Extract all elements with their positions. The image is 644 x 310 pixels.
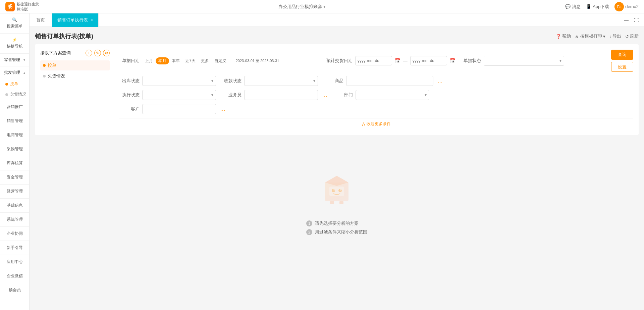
scheme-item-欠货[interactable]: 欠货情况 [40, 71, 110, 81]
date-tab-本年[interactable]: 本年 [169, 57, 182, 64]
sidebar-item-finance[interactable]: 资金管理 [0, 170, 29, 185]
salesman-more-button[interactable]: … [322, 92, 327, 98]
filter-row-1: 单据日期 上月 本月 本年 近7天 更多 自定义 2023-03-01 至 20… [119, 50, 633, 72]
empty-icon [317, 166, 357, 212]
date-tab-本月[interactable]: 本月 [156, 57, 169, 64]
sidebar-item-newbie[interactable]: 新手引导 [0, 241, 29, 255]
doc-date-label: 单据日期 [119, 58, 140, 64]
sidebar-item-retail[interactable]: 零售管理 ▾ [0, 54, 29, 66]
filter-row-2: 出库状态 收款状态 [119, 76, 633, 86]
sidebar-item-membership[interactable]: 畅会员 [0, 283, 29, 297]
out-status-select[interactable] [142, 76, 216, 86]
top-bar-center: 办公用品行业模拟账套 ▾ [278, 4, 326, 10]
doc-status-label: 单据状态 [461, 58, 481, 64]
field-dept: 部门 [333, 90, 429, 100]
sidebar-item-basic-info[interactable]: 基础信息 [0, 199, 29, 213]
sidebar-item-appstore[interactable]: 应用中心 [0, 255, 29, 269]
page-title: 销售订单执行表(按单) [35, 32, 93, 40]
content-area: 首页 销售订单执行表 × — ⛶ 销售订单执行表(按单) ❓ 帮助 [30, 13, 644, 310]
refresh-button[interactable]: ↺ 刷新 [625, 33, 639, 39]
print-button[interactable]: 🖨 按模板打印 ▾ [575, 33, 605, 39]
home-tab-label: 首页 [36, 17, 45, 23]
sidebar-item-search[interactable]: 🔍 搜索菜单 [0, 13, 29, 34]
collect-status-select[interactable] [244, 76, 318, 86]
logo-area: 畅 畅捷通好生意 标准版 [5, 2, 39, 11]
empty-state: 1 请先选择要分析的方案 2 用过滤条件来缩小分析范围 [35, 139, 639, 262]
sidebar-item-wechat[interactable]: 企业微信 [0, 269, 29, 283]
sidebar-item-quick-nav[interactable]: ⚡ 快捷导航 [0, 34, 29, 54]
sidebar-item-wholesale[interactable]: 批发管理 ▴ [0, 66, 29, 79]
tab-bar-actions: — ⛶ [619, 16, 644, 24]
salesman-input[interactable] [244, 90, 318, 100]
sidebar-item-enterprise[interactable]: 企业协同 [0, 227, 29, 241]
sidebar-item-marketing[interactable]: 营销推广 [0, 100, 29, 114]
expected-date-from[interactable] [355, 56, 392, 65]
avatar: Ea [614, 2, 624, 11]
field-expected-date: 预计交货日期 📅 — 📅 [326, 56, 455, 65]
scheme-item-按单[interactable]: 按单 [40, 60, 110, 70]
minimize-button[interactable]: — [623, 16, 630, 24]
svg-rect-8 [339, 201, 343, 204]
doc-status-select[interactable] [484, 56, 564, 66]
scheme-icons: + ✎ ≪ [86, 50, 110, 56]
svg-rect-7 [330, 201, 334, 204]
chevron-down-icon[interactable]: ▾ [323, 4, 326, 9]
customer-input[interactable] [142, 104, 216, 114]
add-scheme-button[interactable]: + [86, 50, 92, 56]
exec-status-label: 执行状态 [119, 92, 140, 98]
calendar-to-icon[interactable]: 📅 [450, 58, 455, 63]
date-tab-自定义[interactable]: 自定义 [212, 57, 229, 64]
app-download-button[interactable]: 📱 App下载 [586, 4, 609, 10]
date-tab-更多[interactable]: 更多 [198, 57, 212, 64]
sidebar-sub-按单[interactable]: 按单 [0, 79, 29, 89]
maximize-button[interactable]: ⛶ [633, 16, 640, 24]
sidebar-item-sales[interactable]: 销售管理 [0, 114, 29, 128]
customer-more-button[interactable]: … [220, 106, 225, 112]
collect-status-label: 收款状态 [221, 78, 241, 84]
filter-row-3: 执行状态 业务员 … [119, 90, 633, 100]
search-button[interactable]: 查询 [611, 50, 633, 60]
dept-select[interactable] [356, 90, 429, 100]
collapse-button[interactable]: ⋀ 收起更多条件 [119, 118, 633, 130]
settings-button[interactable]: 设置 [611, 62, 633, 72]
goods-more-button[interactable]: … [437, 78, 443, 84]
field-out-status: 出库状态 [119, 76, 216, 86]
sidebar-sub-欠货[interactable]: 欠货情况 [0, 90, 29, 99]
tab-home[interactable]: 首页 [30, 13, 52, 27]
goods-input[interactable] [346, 76, 433, 86]
expected-date-to[interactable] [410, 56, 447, 65]
inactive-dot [5, 93, 8, 96]
tab-sales-order[interactable]: 销售订单执行表 × [52, 13, 99, 27]
export-button[interactable]: ↓ 导出 [609, 33, 622, 39]
chevron-up-icon: ▴ [23, 71, 25, 74]
date-tab-上月[interactable]: 上月 [142, 57, 156, 64]
svg-point-6 [340, 189, 341, 191]
page-actions: ❓ 帮助 🖨 按模板打印 ▾ ↓ 导出 ↺ 刷新 [556, 33, 639, 39]
exec-status-select[interactable] [142, 90, 216, 100]
messages-button[interactable]: 💬 消息 [565, 4, 581, 10]
expected-date-label: 预计交货日期 [326, 58, 353, 64]
tab-close-icon[interactable]: × [91, 18, 93, 22]
filter-row-4: 客户 … [119, 104, 633, 114]
empty-tip-1: 1 请先选择要分析的方案 [306, 220, 367, 226]
calendar-from-icon[interactable]: 📅 [395, 58, 400, 63]
filter-scheme-header: 按以下方案查询 + ✎ ≪ [40, 50, 110, 56]
help-button[interactable]: ❓ 帮助 [556, 33, 571, 39]
dept-label: 部门 [333, 92, 353, 98]
collapse-scheme-button[interactable]: ≪ [103, 50, 110, 56]
edit-scheme-button[interactable]: ✎ [94, 50, 101, 56]
sidebar-item-operations[interactable]: 经营管理 [0, 185, 29, 199]
page-header: 销售订单执行表(按单) ❓ 帮助 🖨 按模板打印 ▾ ↓ 导出 [35, 32, 639, 40]
empty-tip-1-text: 请先选择要分析的方案 [315, 220, 359, 226]
top-bar-right: 💬 消息 📱 App下载 Ea demo2 [565, 2, 639, 11]
user-profile[interactable]: Ea demo2 [614, 2, 639, 11]
help-icon: ❓ [556, 34, 561, 39]
inactive-scheme-dot [43, 75, 46, 78]
sidebar-item-inventory[interactable]: 库存核算 [0, 156, 29, 170]
top-bar: 畅 畅捷通好生意 标准版 办公用品行业模拟账套 ▾ 💬 消息 📱 App下载 E… [0, 0, 644, 13]
sidebar-item-system[interactable]: 系统管理 [0, 213, 29, 227]
date-tab-近7天[interactable]: 近7天 [182, 57, 198, 64]
sidebar-item-purchase[interactable]: 采购管理 [0, 142, 29, 156]
empty-illustration [317, 166, 357, 206]
sidebar-item-ecommerce[interactable]: 电商管理 [0, 128, 29, 142]
